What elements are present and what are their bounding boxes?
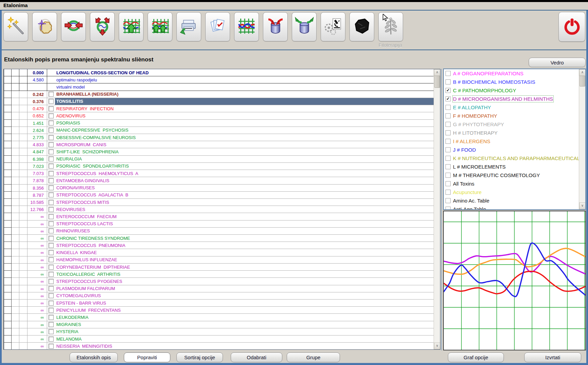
footer-button-odabrati[interactable]: Odabrati <box>231 352 282 362</box>
etalon-checkbox[interactable] <box>49 99 54 104</box>
footer-button-etalonskih-opis[interactable]: Etalonskih opis <box>70 352 118 362</box>
vedro-button[interactable]: Vedro <box>529 58 586 67</box>
etalon-row[interactable]: ∞STREPTOCOCCUS PNEUMONIA <box>4 242 434 249</box>
category-checkbox[interactable] <box>445 139 451 144</box>
category-item[interactable]: K # NUTRICEUTICALS AND PARAPHARMACEUTICA… <box>444 154 585 162</box>
etalon-row[interactable]: ∞MIGRAINES <box>4 321 434 328</box>
etalon-row[interactable]: 10.585STREPTOCOCCUS MITIS <box>4 199 434 206</box>
etalon-row[interactable]: ∞PENICYLLIUM FRECVENTANS <box>4 307 434 314</box>
bucket-extract-button[interactable] <box>292 12 317 41</box>
category-item[interactable]: ✓D # MICROORGANISMS AND HELMINTHS <box>444 95 585 103</box>
microscope-button[interactable] <box>321 12 345 41</box>
etalon-checkbox[interactable] <box>49 344 54 349</box>
category-scrollbar-thumb[interactable] <box>580 76 585 87</box>
etalon-checkbox[interactable] <box>49 221 54 226</box>
etalon-row[interactable]: 7.878ENTAMOEBA GINGIVALIS <box>4 177 434 184</box>
category-checkbox[interactable] <box>445 164 451 169</box>
scroll-down-icon[interactable]: ∨ <box>579 203 586 209</box>
split-arrows-button[interactable] <box>90 12 115 41</box>
category-item[interactable]: Amino Ac. Table <box>444 196 585 205</box>
etalon-checkbox[interactable] <box>49 243 54 248</box>
etalon-row[interactable]: 7.073STREPTOCOCCUS HAEMOLYTICUS A <box>4 170 434 177</box>
etalon-row[interactable]: 2.624MANIC-DEPRESSIVE PSYCHOSIS <box>4 127 434 134</box>
etalon-row[interactable]: 4.580optimalnu raspodjelu <box>4 76 434 83</box>
etalon-row[interactable]: ∞CORYNEBACTERIUM DIPTHERIAE <box>4 264 434 271</box>
etalon-checkbox[interactable] <box>49 286 54 291</box>
etalon-checkbox[interactable] <box>49 120 54 126</box>
etalon-row[interactable]: ∞ENTEROCOCCUM FAECIUM <box>4 213 434 220</box>
etalon-checkbox[interactable] <box>49 200 54 205</box>
etalon-row[interactable]: 12.766REOVIRUSES <box>4 206 434 213</box>
etalon-row[interactable]: ∞LEUKODERMIA <box>4 314 434 321</box>
scroll-up-icon[interactable]: ∧ <box>434 69 440 76</box>
footer-button-popraviti[interactable]: Popraviti <box>124 352 170 362</box>
etalon-checkbox[interactable] <box>49 257 54 262</box>
scroll-down-icon[interactable]: ∨ <box>434 343 440 349</box>
etalon-checkbox[interactable] <box>49 164 54 169</box>
etalon-row[interactable]: 4.847SHIFT-LIKE SCHIZOPHRENIA <box>4 148 434 155</box>
etalon-row[interactable]: ∞HAEMOPHILUS INFLUENZAE <box>4 256 434 264</box>
etalon-checkbox[interactable] <box>49 149 54 154</box>
graph-upload-all-button[interactable] <box>148 12 172 41</box>
category-checkbox[interactable] <box>445 181 451 186</box>
category-item[interactable]: ✓C # PATHOMORPHOLOGY <box>444 86 585 95</box>
category-checkbox[interactable] <box>445 71 451 76</box>
etalon-row[interactable]: 0.652ADENOVIRUS <box>4 112 434 119</box>
phytotherapy-button[interactable] <box>378 12 403 41</box>
category-checkbox[interactable] <box>445 190 451 195</box>
etalon-row[interactable]: 2.775OBSESSIVE-COMPALSIVE NEUROSIS <box>4 134 434 141</box>
etalon-row[interactable]: 0.242BRANHAMELLA (NEISSERIA) <box>4 91 434 98</box>
etalon-checkbox[interactable] <box>49 214 54 219</box>
category-item[interactable]: Anti-Age Table <box>444 205 585 210</box>
etalon-checkbox[interactable] <box>49 322 54 327</box>
category-scrollbar[interactable]: ∧ ∨ <box>579 69 585 209</box>
category-item[interactable]: A # ORGANOPREPARATIONS <box>444 69 585 78</box>
etalon-row[interactable]: 7.023PSORIASIC SPONDILOARTHRITIS <box>4 163 434 170</box>
etalon-checkbox[interactable] <box>49 156 54 161</box>
etalon-row[interactable]: ∞PLASMODIUM FALCIPARUM <box>4 285 434 292</box>
etalon-row[interactable]: ∞CYTOMEGALOVIRUS <box>4 292 434 300</box>
category-checkbox[interactable] <box>445 105 451 110</box>
category-checkbox[interactable] <box>445 156 451 161</box>
etalon-checkbox[interactable] <box>49 301 54 306</box>
etalon-row[interactable]: ∞KINGELLA KINGAE <box>4 249 434 256</box>
etalon-checkbox[interactable] <box>49 207 54 212</box>
category-checkbox[interactable] <box>445 198 451 203</box>
etalon-checkbox[interactable] <box>49 106 54 111</box>
etalon-row[interactable]: virtualni model <box>4 83 434 91</box>
category-item[interactable]: B # BIOCHEMICAL HOMEOSTASIS <box>444 78 585 86</box>
etalon-row[interactable]: ∞CHRONIC TIREDNESS SYNDROME <box>4 235 434 242</box>
etalon-row[interactable]: 0.376TONSILLITIS <box>4 98 434 105</box>
brain-button[interactable] <box>32 12 57 41</box>
category-checkbox[interactable] <box>445 130 451 135</box>
bucket-fill-button[interactable] <box>263 12 288 41</box>
category-item[interactable]: Acupuncture <box>444 188 585 196</box>
graph-grid-button[interactable] <box>234 12 259 41</box>
etalon-row[interactable]: 0.479RESPIRATORY INFECTION <box>4 105 434 112</box>
etalon-row[interactable]: 4.833MICROSPORUM CANIS <box>4 141 434 148</box>
etalon-checkbox[interactable] <box>49 337 54 342</box>
category-checkbox[interactable] <box>445 173 451 178</box>
etalon-checkbox[interactable] <box>49 178 54 183</box>
category-checkbox[interactable] <box>445 147 451 152</box>
etalon-checkbox[interactable] <box>49 128 54 133</box>
etalon-checkbox[interactable] <box>49 171 54 176</box>
category-item[interactable]: E # ALLOPATHY <box>444 103 585 112</box>
etalon-row[interactable]: ∞MELANOMA <box>4 335 434 343</box>
etalon-row[interactable]: 0.000LONGITUDINAL CROSS-SECTION OF HEAD <box>4 69 434 76</box>
magic-wand-button[interactable] <box>3 12 28 41</box>
etalon-checkbox[interactable] <box>49 135 54 140</box>
etalon-row[interactable]: 8.356CORONAVIRUSES <box>4 185 434 192</box>
category-checkbox[interactable] <box>445 122 451 127</box>
etalon-checkbox[interactable] <box>49 315 54 320</box>
category-checkbox[interactable] <box>445 113 451 118</box>
scroll-up-icon[interactable]: ∧ <box>579 69 586 76</box>
etalon-checkbox[interactable] <box>49 329 54 334</box>
graph-options-button[interactable]: Graf opcije <box>448 352 504 362</box>
etalon-checkbox[interactable] <box>49 192 54 197</box>
category-item[interactable]: All Toxins <box>444 179 585 188</box>
category-item[interactable]: J # FOOD <box>444 146 585 154</box>
etalon-checkbox[interactable] <box>49 228 54 233</box>
etalon-checkbox[interactable] <box>49 250 54 255</box>
etalon-checkbox[interactable] <box>49 265 54 270</box>
